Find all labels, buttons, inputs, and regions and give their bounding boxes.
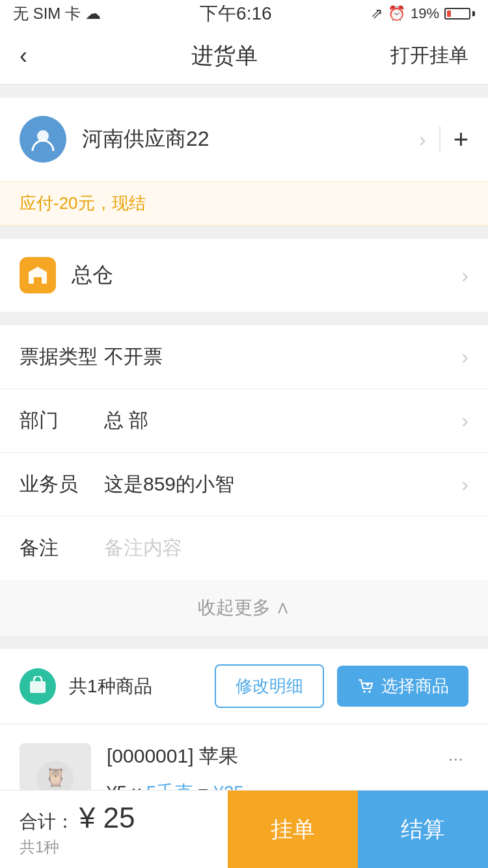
total-label: 合计： [20, 811, 74, 832]
form-row-remark[interactable]: 备注 备注内容 [0, 516, 488, 580]
divider-4 [0, 636, 488, 649]
svg-rect-2 [30, 681, 46, 693]
remark-input[interactable]: 备注内容 [104, 535, 468, 562]
total-amount: ¥ 25 [79, 802, 135, 834]
status-bar: 无 SIM 卡 ☁ 下午6:16 ⇗ ⏰ 19% [0, 0, 488, 27]
signal-text: 无 SIM 卡 ☁ [13, 3, 101, 24]
collapse-button[interactable]: 收起更多 ∧ [0, 580, 488, 636]
open-pending-button[interactable]: 打开挂单 [390, 42, 468, 69]
product-name: [0000001] 苹果 [107, 743, 427, 770]
warehouse-icon [20, 257, 56, 293]
battery-text: 19% [411, 5, 439, 22]
department-label: 部门 [20, 407, 104, 434]
select-product-button[interactable]: 选择商品 [337, 666, 468, 707]
supplier-avatar [20, 116, 66, 163]
remark-label: 备注 [20, 535, 104, 562]
product-section-icon [20, 668, 56, 705]
svg-point-3 [363, 690, 366, 693]
svg-text:🦉: 🦉 [44, 766, 67, 788]
product-id: [0000001] [107, 745, 193, 766]
invoice-label: 票据类型 [20, 344, 104, 370]
svg-point-4 [368, 690, 371, 693]
warehouse-row[interactable]: 总仓 › [0, 239, 488, 312]
info-banner: 应付-20元，现结 [0, 181, 488, 226]
nav-bar: ‹ 进货单 打开挂单 [0, 27, 488, 85]
invoice-value: 不开票 [104, 344, 461, 370]
edit-detail-button[interactable]: 修改明细 [215, 664, 324, 708]
warehouse-chevron-icon: › [461, 264, 468, 288]
divider-2 [0, 226, 488, 239]
salesperson-chevron-icon: › [461, 472, 468, 496]
divider [439, 126, 441, 152]
warehouse-name: 总仓 [72, 261, 461, 290]
supplier-chevron-icon[interactable]: › [419, 128, 426, 152]
select-product-label: 选择商品 [381, 675, 449, 698]
product-more-button[interactable]: ··· [443, 743, 468, 774]
status-time: 下午6:16 [200, 1, 272, 26]
battery-indicator [444, 8, 475, 20]
svg-rect-1 [34, 277, 42, 284]
supplier-name: 河南供应商22 [82, 125, 419, 154]
top-divider [0, 85, 488, 98]
alarm-icon: ⏰ [388, 5, 405, 22]
page-title: 进货单 [191, 41, 258, 71]
department-chevron-icon: › [461, 409, 468, 433]
footer-total: 合计： ¥ 25 共1种 [0, 802, 228, 858]
status-right: ⇗ ⏰ 19% [371, 5, 475, 22]
status-left: 无 SIM 卡 ☁ [13, 3, 101, 24]
footer-total-row: 合计： ¥ 25 [20, 802, 208, 834]
form-row-salesperson[interactable]: 业务员 这是859的小智 › [0, 452, 488, 516]
form-row-department[interactable]: 部门 总 部 › [0, 388, 488, 452]
supplier-actions: › + [419, 125, 468, 154]
settle-button[interactable]: 结算 [358, 791, 488, 869]
add-button[interactable]: + [454, 125, 468, 154]
supplier-card: 河南供应商22 › + 应付-20元，现结 [0, 98, 488, 226]
supplier-row: 河南供应商22 › + [0, 98, 488, 181]
product-count: 共1种商品 [69, 674, 202, 699]
product-title: 苹果 [199, 745, 238, 766]
back-button[interactable]: ‹ [20, 42, 59, 70]
salesperson-value: 这是859的小智 [104, 471, 461, 498]
divider-3 [0, 312, 488, 325]
department-value: 总 部 [104, 407, 461, 434]
cart-icon [357, 677, 375, 696]
hang-button[interactable]: 挂单 [228, 791, 358, 869]
form-card: 票据类型 不开票 › 部门 总 部 › 业务员 这是859的小智 › 备注 备注… [0, 325, 488, 580]
salesperson-label: 业务员 [20, 471, 104, 498]
form-row-invoice[interactable]: 票据类型 不开票 › [0, 325, 488, 388]
footer: 合计： ¥ 25 共1种 挂单 结算 [0, 790, 488, 868]
invoice-chevron-icon: › [461, 345, 468, 369]
location-icon: ⇗ [371, 5, 383, 22]
warehouse-card: 总仓 › [0, 239, 488, 312]
product-header: 共1种商品 修改明细 选择商品 [0, 649, 488, 724]
total-count: 共1种 [20, 837, 208, 858]
